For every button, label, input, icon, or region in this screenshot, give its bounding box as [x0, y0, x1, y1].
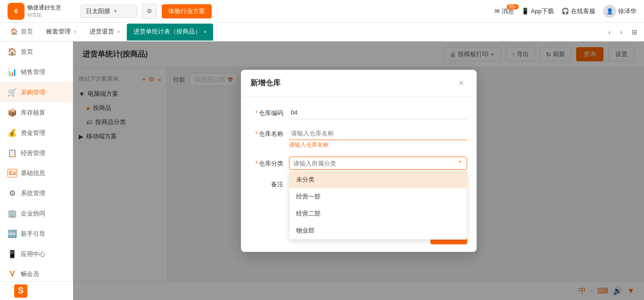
sidebar-item-operations[interactable]: 📋 经营管理 [0, 143, 73, 163]
logo-area: 6 畅捷通好生意 销货版 [8, 3, 81, 20]
close-icon[interactable]: × [74, 29, 76, 34]
tabs-right: ‹ › ⊞ [606, 27, 640, 37]
sidebar-item-home[interactable]: 🏠 首页 [0, 42, 73, 62]
add-warehouse-modal: 新增仓库 × *仓库编码 [241, 70, 477, 252]
sougou-icon: S [14, 284, 27, 298]
code-label: *仓库编码 [250, 106, 283, 117]
phone-icon: 📱 [521, 8, 529, 15]
name-error-msg: 请输入仓库名称 [289, 141, 467, 149]
sidebar-item-apps[interactable]: 📱 应用中心 [0, 244, 73, 264]
sidebar-item-finance[interactable]: 💰 资金管理 [0, 123, 73, 143]
topbar-center: 日太阳膜 ▼ ⚙ 体验行业方案 [81, 4, 495, 19]
main-layout: 🏠 首页 📊 销售管理 🛒 采购管理 📦 库存核算 💰 资金管理 📋 经营管理 … [0, 42, 644, 300]
clipboard-icon: 📋 [8, 149, 17, 158]
close-icon[interactable]: × [117, 29, 120, 34]
name-field-row: *仓库名称 请输入仓库名称 [250, 127, 467, 149]
dropdown-item-dept3[interactable]: 物业部 [289, 222, 467, 239]
money-icon: 💰 [8, 128, 17, 137]
enterprise-icon: 🏢 [8, 209, 17, 218]
v-icon: V [8, 270, 17, 278]
home-icon: 🏠 [10, 28, 18, 35]
tab-purchase-return[interactable]: 进货退货 × [83, 24, 126, 41]
dropdown-item-uncategorized[interactable]: 未分类 [289, 171, 467, 188]
user-info[interactable]: 👤 徐泽华 [603, 5, 636, 18]
message-button[interactable]: ✉ 消息 99+ [495, 7, 514, 16]
category-dropdown: 未分类 经营一部 经营二部 物业部 [289, 171, 467, 240]
sidebar-item-inventory[interactable]: 📦 库存核算 [0, 102, 73, 123]
headset-icon: 🎧 [561, 8, 569, 15]
sidebar-item-sales[interactable]: 📊 销售管理 [0, 62, 73, 82]
ea-icon: Ea [8, 169, 17, 177]
code-field-row: *仓库编码 [250, 106, 467, 119]
sidebar-item-enterprise[interactable]: 🏢 企业协同 [0, 203, 73, 224]
category-input[interactable] [293, 160, 457, 167]
category-select-wrap: ⌃ 未分类 经营一部 经营二部 物业部 [289, 157, 467, 170]
gear-button[interactable]: ⚙ [142, 4, 157, 19]
tab-home[interactable]: 🏠 首页 [4, 24, 40, 41]
logo-sub: 销货版 [27, 12, 61, 18]
dropdown-item-dept2[interactable]: 经营二部 [289, 205, 467, 222]
category-label: *仓库分类 [250, 157, 283, 168]
tab-prev-btn[interactable]: ‹ [606, 27, 614, 37]
tab-account[interactable]: 账套管理 × [40, 24, 83, 41]
app-download-button[interactable]: 📱 App下载 [521, 7, 554, 16]
box-icon: 📦 [8, 108, 17, 117]
trial-button[interactable]: 体验行业方案 [162, 4, 212, 18]
category-select-row[interactable]: ⌃ [289, 157, 467, 170]
sidebar-item-system[interactable]: ⚙ 系统管理 [0, 183, 73, 203]
sidebar: 🏠 首页 📊 销售管理 🛒 采购管理 📦 库存核算 💰 资金管理 📋 经营管理 … [0, 42, 73, 300]
tab-purchase-stats[interactable]: 进货单统计表（按商品） × [127, 24, 213, 41]
modal-title: 新增仓库 [250, 78, 281, 88]
tab-next-btn[interactable]: › [617, 27, 625, 37]
modal-overlay: 新增仓库 × *仓库编码 [73, 42, 644, 300]
modal-header: 新增仓库 × [241, 70, 477, 97]
topbar-right: ✉ 消息 99+ 📱 App下载 🎧 在线客服 👤 徐泽华 [495, 5, 636, 18]
message-icon: ✉ [495, 8, 500, 15]
sidebar-item-guide[interactable]: 🆕 新手引导 [0, 224, 73, 244]
sidebar-item-purchase[interactable]: 🛒 采购管理 [0, 82, 73, 102]
tab-expand-btn[interactable]: ⊞ [629, 27, 640, 37]
avatar: 👤 [603, 5, 616, 18]
sidebar-item-basic[interactable]: Ea 基础信息 [0, 163, 73, 183]
message-badge: 99+ [507, 4, 519, 9]
cart-icon: 🛒 [8, 88, 17, 97]
content-area: 进货单统计(按商品) 🖨 按模板打印 ▼ ↑ 导出 ↻ 刷新 查询 设置 [73, 42, 644, 300]
tabs-bar: 🏠 首页 账套管理 × 进货退货 × 进货单统计表（按商品） × ‹ › ⊞ [0, 23, 644, 42]
topbar: 6 畅捷通好生意 销货版 日太阳膜 ▼ ⚙ 体验行业方案 ✉ 消息 99+ 📱 … [0, 0, 644, 23]
home-icon: 🏠 [8, 47, 17, 56]
online-service-button[interactable]: 🎧 在线客服 [561, 7, 595, 16]
chevron-up-icon[interactable]: ⌃ [457, 159, 463, 167]
category-field-row: *仓库分类 ⌃ 未分类 经营一部 经营二部 物业部 [250, 157, 467, 170]
modal-close-button[interactable]: × [456, 77, 467, 89]
warehouse-code-input[interactable] [289, 106, 467, 119]
notes-label: 备注 [250, 177, 283, 189]
phone-icon: 📱 [8, 250, 17, 258]
logo-icon: 6 [8, 3, 25, 20]
store-selector[interactable]: 日太阳膜 ▼ [81, 5, 137, 18]
new-icon: 🆕 [8, 229, 17, 238]
close-icon[interactable]: × [204, 29, 206, 34]
gear-icon: ⚙ [147, 8, 152, 15]
chevron-down-icon: ▼ [113, 8, 118, 14]
logo-text: 畅捷通好生意 [27, 4, 61, 12]
modal-body: *仓库编码 *仓库名称 请输入仓库名称 [241, 97, 477, 223]
chart-icon: 📊 [8, 67, 17, 76]
settings-icon: ⚙ [8, 189, 17, 198]
name-label: *仓库名称 [250, 127, 283, 138]
dropdown-item-dept1[interactable]: 经营一部 [289, 188, 467, 205]
warehouse-name-input[interactable] [289, 127, 467, 140]
